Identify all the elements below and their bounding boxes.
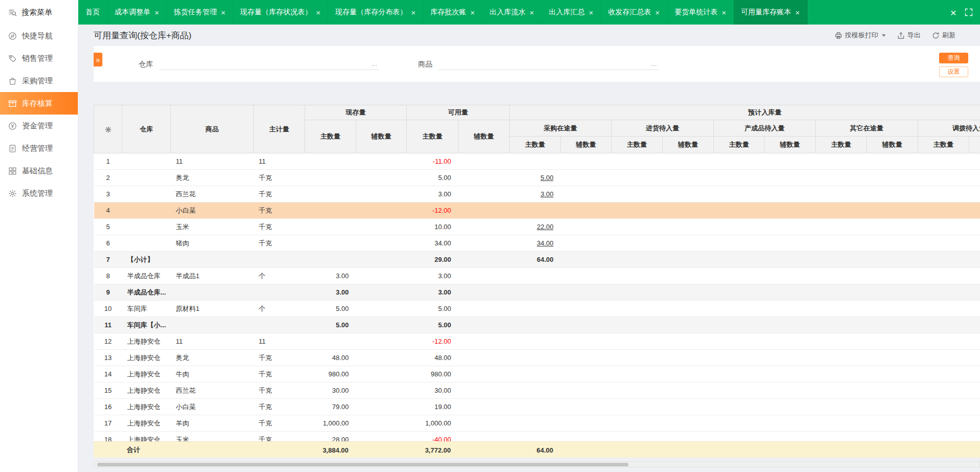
tab-inout-summary[interactable]: 出入库汇总× — [542, 0, 601, 25]
settings-button[interactable]: 设置 — [939, 66, 968, 77]
tab-close-icon[interactable]: × — [589, 9, 594, 16]
cell: 千克 — [254, 219, 305, 235]
table-row[interactable]: 4小白菜千克-12.00 — [94, 203, 980, 219]
table-row[interactable]: 9半成品仓库...3.003.00 — [94, 284, 980, 301]
fullscreen-icon[interactable] — [965, 8, 973, 16]
tab-stock-status[interactable]: 现存量（库存状况表）× — [233, 0, 329, 25]
table-row[interactable]: 17上海静安仓羊肉千克1,000.001,000.00 — [94, 415, 980, 432]
product-input[interactable]: ... — [439, 58, 659, 70]
column-header[interactable]: 主数量 — [816, 137, 867, 153]
drilldown-link[interactable]: 22.00 — [510, 219, 561, 235]
column-header[interactable]: 仓库 — [122, 105, 171, 153]
cell — [612, 284, 663, 301]
table-row[interactable]: 16上海静安仓小白菜千克79.0019.00 — [94, 399, 980, 415]
table-row[interactable]: 3西兰花千克3.003.00 — [94, 186, 980, 203]
drilldown-link[interactable]: 5.00 — [510, 170, 561, 186]
tab-available-stock-ledger[interactable]: 可用量库存账本× — [734, 0, 808, 25]
refresh-button[interactable]: 刷新 — [932, 31, 955, 40]
tab-close-icon[interactable]: × — [411, 9, 416, 16]
export-button[interactable]: 导出 — [897, 31, 921, 40]
refresh-label: 刷新 — [942, 31, 955, 40]
tab-requisition-stats[interactable]: 要货单统计表× — [667, 0, 734, 25]
query-button[interactable]: 查询 — [939, 53, 968, 63]
tab-close-icon[interactable]: × — [795, 9, 800, 16]
grid-settings-gear-icon[interactable] — [94, 105, 122, 153]
column-header[interactable]: 商品 — [171, 105, 254, 153]
tab-close-icon[interactable]: × — [470, 9, 475, 16]
sidebar-search[interactable]: 搜索菜单 — [0, 0, 78, 25]
tab-stock-distribution[interactable]: 现存量（库存分布表）× — [328, 0, 423, 25]
tab-close-icon[interactable]: × — [155, 9, 159, 16]
table-row[interactable]: 7【小计】29.0064.00 — [94, 252, 980, 268]
sidebar-item-funds[interactable]: 资金管理 — [0, 115, 78, 137]
column-header[interactable]: 主数量 — [612, 137, 663, 153]
sidebar-item-purchase[interactable]: 采购管理 — [0, 70, 78, 92]
sidebar-item-inventory[interactable]: 库存核算 — [0, 92, 78, 115]
table-row[interactable]: 13上海静安仓奥龙千克48.0048.00 — [94, 350, 980, 366]
drilldown-link[interactable]: 3.00 — [510, 186, 561, 203]
sidebar-item-system[interactable]: 系统管理 — [0, 182, 78, 205]
column-header[interactable]: 辅数量 — [765, 137, 816, 153]
column-header[interactable]: 辅数量 — [969, 137, 980, 153]
column-header[interactable]: 主数量 — [510, 137, 561, 153]
cell — [612, 366, 663, 383]
sidebar-item-label: 资金管理 — [22, 121, 53, 131]
cell: 980.00 — [305, 366, 356, 383]
column-header[interactable]: 辅数量 — [867, 137, 918, 153]
table-row[interactable]: 14上海静安仓牛肉千克980.00980.00 — [94, 366, 980, 383]
tab-cost-adjustment[interactable]: 成本调整单× — [107, 0, 167, 25]
table-row[interactable]: 11车间库【小...5.005.00 — [94, 317, 980, 333]
tab-home[interactable]: 首页 — [78, 0, 107, 25]
toolbar: 按模板打印 导出 刷新 — [835, 31, 955, 40]
sidebar-item-basic-info[interactable]: 基础信息 — [0, 160, 78, 182]
tab-stock-batch[interactable]: 库存批次账× — [423, 0, 483, 25]
product-picker-ellipsis[interactable]: ... — [649, 60, 659, 67]
cell — [714, 383, 765, 399]
scrollbar-thumb[interactable] — [97, 463, 628, 466]
tab-inout-flow[interactable]: 出入库流水× — [483, 0, 542, 25]
close-icon[interactable]: × — [950, 7, 956, 18]
column-header[interactable]: 主数量 — [918, 137, 969, 153]
column-header[interactable]: 辅数量 — [663, 137, 714, 153]
sidebar-item-quick-nav[interactable]: 快捷导航 — [0, 25, 78, 47]
print-template-button[interactable]: 按模板打印 — [835, 31, 886, 40]
cell: 30.00 — [305, 383, 356, 399]
cell — [510, 350, 561, 366]
tab-close-icon[interactable]: × — [221, 9, 226, 16]
cell — [561, 366, 612, 383]
table-row[interactable]: 8半成品仓库半成品1个3.003.00 — [94, 268, 980, 284]
horizontal-scrollbar[interactable] — [94, 461, 980, 467]
collapse-filter-button[interactable]: » — [94, 53, 102, 66]
column-header[interactable]: 辅数量 — [356, 120, 407, 153]
cell — [356, 268, 407, 284]
tab-receipt-dispatch-summary[interactable]: 收发存汇总表× — [601, 0, 667, 25]
table-row[interactable]: 15上海静安仓西兰花千克30.0030.00 — [94, 383, 980, 399]
table-row[interactable]: 10车间库原材料1个5.005.00 — [94, 301, 980, 317]
table-row[interactable]: 2奥龙千克5.005.00 — [94, 170, 980, 186]
cell — [765, 203, 816, 219]
filter-fields: 仓库 ... 商品 ... — [139, 46, 659, 82]
table-row[interactable]: 5玉米千克10.0022.00 — [94, 219, 980, 235]
column-header[interactable]: 主数量 — [407, 120, 459, 153]
column-header[interactable]: 主计量 — [254, 105, 305, 153]
total-cell — [713, 442, 764, 458]
cell — [969, 219, 980, 235]
warehouse-input[interactable]: ... — [159, 58, 379, 70]
column-header[interactable]: 主数量 — [714, 137, 765, 153]
warehouse-picker-ellipsis[interactable]: ... — [369, 60, 379, 67]
column-header[interactable]: 主数量 — [305, 120, 356, 153]
table-row[interactable]: 12上海静安仓1111-12.00 — [94, 333, 980, 350]
drilldown-link[interactable]: 34.00 — [510, 235, 561, 252]
tab-close-icon[interactable]: × — [722, 9, 726, 16]
table-row[interactable]: 6猪肉千克34.0034.00 — [94, 235, 980, 252]
tab-picking-task[interactable]: 拣货任务管理× — [167, 0, 233, 25]
sidebar-item-sales[interactable]: 销售管理 — [0, 47, 78, 70]
table-row[interactable]: 11111-11.00 — [94, 153, 980, 170]
sidebar-item-business[interactable]: 经营管理 — [0, 137, 78, 160]
cell — [714, 235, 765, 252]
tab-close-icon[interactable]: × — [316, 9, 321, 16]
column-header[interactable]: 辅数量 — [459, 120, 510, 153]
column-header[interactable]: 辅数量 — [561, 137, 612, 153]
tab-close-icon[interactable]: × — [655, 9, 660, 16]
tab-close-icon[interactable]: × — [530, 9, 534, 16]
